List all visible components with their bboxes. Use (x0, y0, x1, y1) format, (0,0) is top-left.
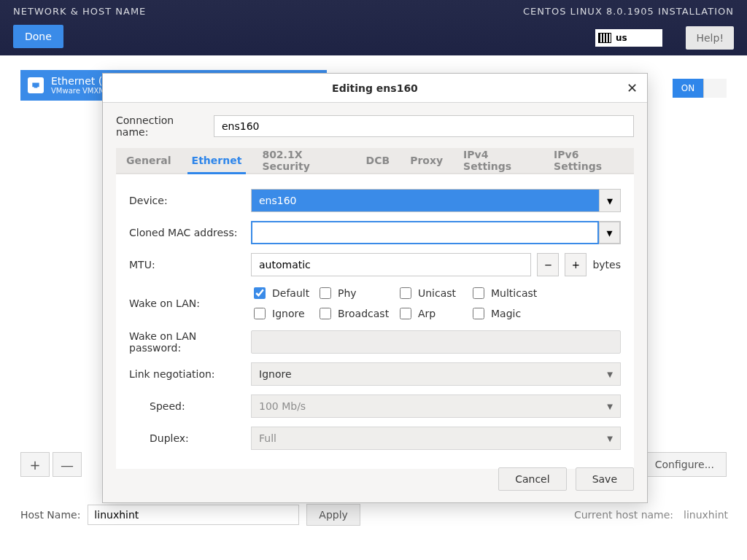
add-interface-button[interactable]: + (20, 452, 50, 477)
wol-default[interactable]: Default (251, 285, 317, 301)
tab-ipv4[interactable]: IPv4 Settings (453, 148, 543, 173)
connection-name-input[interactable] (214, 115, 634, 137)
tab-proxy[interactable]: Proxy (400, 148, 453, 173)
installer-title: CENTOS LINUX 8.0.1905 INSTALLATION (523, 6, 734, 17)
keyboard-icon (598, 33, 611, 43)
wol-broadcast[interactable]: Broadcast (317, 306, 397, 322)
cloned-mac-combo[interactable]: ▾ (251, 221, 621, 244)
done-button[interactable]: Done (13, 25, 63, 48)
hostname-input[interactable] (88, 505, 299, 525)
current-hostname-label: Current host name: (574, 509, 673, 521)
connection-name-label: Connection name: (116, 114, 205, 138)
installer-header: NETWORK & HOST NAME CENTOS LINUX 8.0.190… (0, 0, 747, 55)
speed-value: 100 Mb/s (259, 400, 306, 412)
apply-hostname-button[interactable]: Apply (306, 504, 360, 526)
tab-ipv6[interactable]: IPv6 Settings (543, 148, 634, 173)
save-button[interactable]: Save (576, 467, 634, 491)
speed-label: Speed: (129, 400, 242, 412)
cancel-button[interactable]: Cancel (498, 467, 566, 491)
tab-general[interactable]: General (116, 148, 182, 173)
remove-interface-button[interactable]: — (53, 452, 82, 477)
device-value: ens160 (251, 189, 599, 212)
wol-arp[interactable]: Arp (397, 306, 470, 322)
mtu-decrement-button[interactable]: − (537, 253, 559, 276)
dialog-tabs: General Ethernet 802.1X Security DCB Pro… (116, 148, 634, 174)
device-label: Device: (129, 195, 242, 206)
wol-options: Default Phy Unicast Multicast Ignore Bro… (251, 285, 621, 322)
wol-ignore[interactable]: Ignore (251, 306, 317, 322)
tab-ethernet[interactable]: Ethernet (182, 148, 252, 173)
wol-label: Wake on LAN: (129, 298, 242, 309)
configure-button[interactable]: Configure... (643, 452, 727, 477)
link-negotiation-value: Ignore (259, 368, 292, 380)
ethernet-icon (28, 77, 44, 93)
duplex-value: Full (259, 432, 276, 444)
mtu-increment-button[interactable]: + (565, 253, 587, 276)
mtu-value[interactable]: automatic (251, 253, 531, 276)
current-hostname-value: linuxhint (684, 509, 728, 521)
link-negotiation-select[interactable]: Ignore ▼ (251, 362, 621, 386)
dialog-title: Editing ens160 (332, 82, 418, 94)
mtu-unit: bytes (592, 259, 621, 271)
chevron-down-icon[interactable]: ▾ (599, 189, 621, 212)
duplex-select: Full ▼ (251, 427, 621, 450)
help-button[interactable]: Help! (686, 26, 734, 50)
wol-phy[interactable]: Phy (317, 285, 397, 301)
tab-dcb[interactable]: DCB (356, 148, 400, 173)
dialog-titlebar: Editing ens160 ✕ (103, 74, 647, 103)
cloned-mac-input[interactable] (251, 221, 599, 244)
edit-connection-dialog: Editing ens160 ✕ Connection name: Genera… (102, 73, 648, 503)
hostname-row: Host Name: Apply Current host name: linu… (20, 503, 728, 526)
chevron-down-icon: ▼ (607, 402, 613, 411)
duplex-label: Duplex: (129, 432, 242, 444)
speed-select: 100 Mb/s ▼ (251, 394, 621, 418)
wol-magic[interactable]: Magic (470, 306, 550, 322)
wol-unicast[interactable]: Unicast (397, 285, 470, 301)
chevron-down-icon: ▼ (607, 370, 613, 378)
keyboard-layout-label: us (616, 33, 627, 43)
toggle-knob (703, 79, 727, 98)
hostname-label: Host Name: (20, 509, 80, 521)
chevron-down-icon[interactable]: ▾ (599, 221, 621, 244)
link-negotiation-label: Link negotiation: (129, 368, 242, 380)
page-title: NETWORK & HOST NAME (13, 6, 146, 17)
cloned-mac-label: Cloned MAC address: (129, 227, 242, 238)
toggle-on-label: ON (673, 79, 703, 98)
close-icon[interactable]: ✕ (622, 79, 638, 96)
wol-password-label: Wake on LAN password: (129, 330, 242, 354)
keyboard-layout-indicator[interactable]: us (595, 29, 662, 47)
interface-power-toggle[interactable]: ON (673, 79, 727, 98)
wol-password-input (251, 330, 621, 354)
wol-multicast[interactable]: Multicast (470, 285, 550, 301)
chevron-down-icon: ▼ (607, 435, 613, 443)
tab-8021x[interactable]: 802.1X Security (252, 148, 355, 173)
mtu-label: MTU: (129, 259, 242, 271)
device-combo[interactable]: ens160 ▾ (251, 189, 621, 212)
